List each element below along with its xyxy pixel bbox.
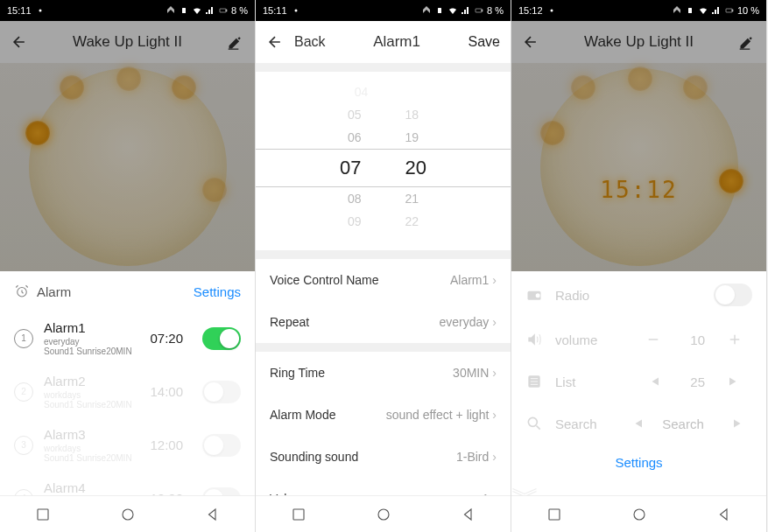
nav-back-icon[interactable]	[461, 507, 476, 522]
status-time: 15:11	[263, 5, 287, 16]
setting-sound[interactable]: Sounding sound1-Bird›	[256, 436, 511, 478]
svg-rect-17	[732, 10, 733, 11]
prev-icon[interactable]	[629, 416, 645, 431]
svg-rect-16	[726, 9, 732, 12]
search-icon	[525, 415, 543, 432]
battery-icon	[724, 5, 735, 16]
setting-repeat[interactable]: Repeateveryday›	[256, 301, 511, 343]
status-time: 15:11	[7, 5, 32, 16]
search-input[interactable]	[657, 416, 709, 431]
back-icon[interactable]	[522, 33, 539, 51]
nav-recent-icon[interactable]	[546, 507, 562, 522]
alarm-detail: Sound1 Sunrise20MIN	[44, 346, 139, 356]
next-icon[interactable]	[727, 374, 743, 389]
status-time: 15:12	[518, 5, 543, 16]
app-bar: Back Alarm1 Save	[256, 21, 511, 63]
chevron-down-icon[interactable]	[511, 487, 538, 495]
picker-minute[interactable]: 20	[405, 157, 426, 179]
svg-rect-10	[476, 9, 482, 12]
alarm-row[interactable]: 2 Alarm2 workdays Sound1 Sunrise20MIN 14…	[0, 365, 255, 418]
notification-dot-icon	[291, 5, 301, 16]
svg-rect-6	[38, 509, 48, 520]
radio-icon	[525, 286, 543, 304]
alarm-toggle[interactable]	[202, 434, 241, 457]
setting-ring-time[interactable]: Ring Time30MIN›	[256, 352, 511, 394]
back-icon[interactable]	[11, 33, 28, 51]
nav-bar	[0, 495, 255, 532]
nav-home-icon[interactable]	[120, 507, 136, 522]
alarm-row[interactable]: 3 Alarm3 workdays Sound1 Sunrise20MIN 12…	[0, 418, 255, 472]
svg-point-0	[39, 10, 41, 12]
lamp-image: 15:12	[511, 63, 766, 271]
alarm-number-icon: 2	[14, 382, 33, 402]
svg-rect-2	[220, 9, 226, 12]
wifi-icon	[192, 5, 202, 16]
next-icon[interactable]	[731, 416, 747, 431]
alarm-number-icon: 3	[14, 436, 33, 455]
signal-icon	[461, 5, 471, 16]
nav-home-icon[interactable]	[631, 507, 647, 522]
lamp-button-icon	[719, 169, 743, 193]
app-bar: Wake Up Light II	[0, 21, 255, 63]
nav-home-icon[interactable]	[376, 507, 391, 522]
dnd-icon	[672, 5, 682, 16]
edit-icon[interactable]	[227, 33, 244, 51]
wifi-icon	[447, 5, 458, 16]
volume-row: volume 10	[511, 318, 766, 360]
alarm-toggle[interactable]	[202, 381, 241, 403]
list-value: 25	[690, 374, 705, 389]
svg-rect-12	[293, 509, 304, 520]
picker-hour[interactable]: 07	[340, 157, 361, 179]
svg-rect-1	[182, 8, 186, 13]
page-title: Wake Up Light II	[584, 33, 694, 51]
time-picker[interactable]: 04 0518 0619 0720 0821 0922	[256, 72, 511, 250]
alarm-row[interactable]: 1 Alarm1 everyday Sound1 Sunrise20MIN 07…	[0, 312, 255, 365]
setting-voice-control[interactable]: Voice Control NameAlarm1›	[256, 259, 511, 301]
setting-alarm-mode[interactable]: Alarm Modesound effect + light›	[256, 394, 511, 436]
svg-rect-9	[438, 8, 441, 13]
radio-row[interactable]: Radio	[511, 271, 766, 318]
svg-point-22	[528, 417, 537, 426]
radio-label: Radio	[555, 288, 589, 303]
minus-icon[interactable]	[645, 332, 661, 347]
volume-icon	[525, 331, 543, 348]
signal-icon	[205, 5, 215, 16]
radio-toggle[interactable]	[714, 284, 752, 306]
prev-icon[interactable]	[645, 374, 661, 389]
battery-pct: 10 %	[737, 5, 759, 16]
nav-bar	[256, 495, 511, 532]
lamp-time-display: 15:12	[600, 177, 677, 203]
page-title: Wake Up Light II	[73, 33, 182, 51]
plus-icon[interactable]	[727, 332, 743, 347]
settings-link[interactable]: Settings	[511, 444, 766, 480]
save-button[interactable]: Save	[469, 34, 500, 50]
nav-back-icon[interactable]	[205, 507, 221, 522]
back-label[interactable]: Back	[294, 34, 326, 50]
status-bar: 15:11 8 %	[0, 0, 255, 21]
search-label: Search	[555, 416, 617, 431]
nav-recent-icon[interactable]	[35, 507, 51, 522]
settings-link[interactable]: Settings	[194, 284, 241, 299]
svg-rect-3	[226, 10, 227, 11]
alarm-repeat: everyday	[44, 337, 139, 346]
nav-back-icon[interactable]	[716, 507, 732, 522]
notification-dot-icon	[35, 5, 46, 16]
page-title: Alarm1	[373, 33, 420, 51]
lamp-button-icon	[571, 75, 595, 100]
lamp-button-icon	[172, 75, 196, 100]
notification-dot-icon	[546, 5, 557, 16]
alarm-name: Alarm1	[44, 320, 139, 335]
nav-recent-icon[interactable]	[291, 507, 306, 522]
svg-point-14	[550, 10, 553, 12]
svg-rect-18	[740, 49, 750, 50]
svg-point-8	[294, 10, 297, 12]
app-bar: Wake Up Light II	[511, 21, 766, 63]
alarm-toggle[interactable]	[202, 327, 241, 350]
back-icon[interactable]	[266, 33, 284, 51]
svg-point-24	[634, 509, 645, 520]
svg-point-13	[378, 509, 389, 520]
status-bar: 15:12 10 %	[511, 0, 766, 21]
dnd-icon	[166, 5, 176, 16]
edit-icon[interactable]	[738, 33, 756, 51]
battery-icon	[218, 5, 229, 16]
